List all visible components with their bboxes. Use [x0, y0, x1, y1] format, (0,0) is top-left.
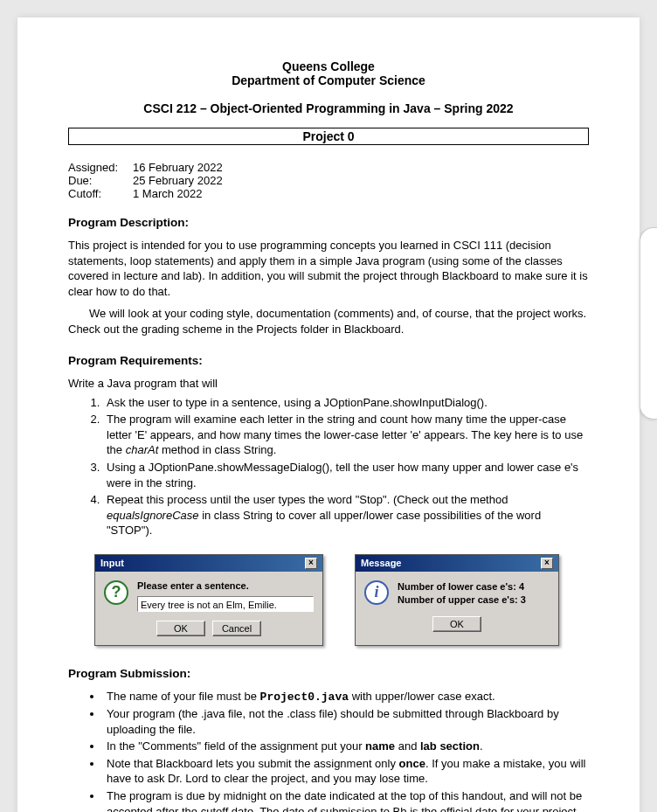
submission-item: In the "Comments" field of the assignmen…: [103, 739, 589, 754]
document-page: Queens College Department of Computer Sc…: [17, 17, 640, 812]
description-paragraph-1: This project is intended for you to use …: [68, 238, 589, 299]
submission-item: The name of your file must be Project0.j…: [103, 689, 589, 705]
department-name: Department of Computer Science: [68, 73, 589, 87]
requirement-item: Ask the user to type in a sentence, usin…: [103, 395, 589, 411]
input-dialog-prompt: Please enter a sentence.: [137, 580, 314, 591]
ok-button[interactable]: OK: [156, 621, 205, 636]
program-description-heading: Program Description:: [68, 216, 589, 229]
college-name: Queens College: [68, 59, 589, 73]
input-dialog-title: Input: [100, 558, 124, 568]
course-title: CSCI 212 – Object-Oriented Programming i…: [68, 101, 589, 115]
document-header: Queens College Department of Computer Sc…: [68, 59, 589, 115]
ok-button[interactable]: OK: [432, 616, 481, 632]
message-line-1: Number of lower case e's: 4: [398, 580, 550, 593]
requirement-item: Using a JOptionPane.showMessageDialog(),…: [103, 460, 589, 490]
cutoff-label: Cutoff:: [68, 187, 133, 200]
message-line-2: Number of upper case e's: 3: [398, 593, 550, 607]
requirement-item: The program will examine each letter in …: [103, 412, 589, 458]
requirement-item: Repeat this process until the user types…: [103, 492, 589, 538]
cancel-button[interactable]: Cancel: [212, 621, 261, 636]
message-dialog-titlebar: Message ×: [356, 555, 558, 572]
close-icon[interactable]: ×: [541, 558, 553, 569]
submission-list: The name of your file must be Project0.j…: [103, 689, 589, 812]
question-icon: ?: [104, 580, 128, 605]
dialogs-row: Input × ? Please enter a sentence. Every…: [94, 554, 589, 646]
assigned-date: 16 February 2022: [133, 161, 223, 174]
project-title-box: Project 0: [68, 128, 589, 145]
dates-block: Assigned: 16 February 2022 Due: 25 Febru…: [68, 161, 589, 200]
close-icon[interactable]: ×: [305, 558, 317, 569]
input-dialog: Input × ? Please enter a sentence. Every…: [94, 554, 323, 646]
input-dialog-titlebar: Input ×: [95, 555, 322, 572]
submission-item: Your program (the .java file, not the .c…: [103, 706, 589, 737]
info-icon: i: [364, 580, 389, 605]
message-dialog: Message × i Number of lower case e's: 4 …: [355, 554, 559, 646]
assigned-label: Assigned:: [68, 161, 133, 174]
requirements-list: Ask the user to type in a sentence, usin…: [103, 395, 589, 538]
description-paragraph-2: We will look at your coding style, docum…: [68, 306, 589, 337]
submission-item: The program is due by midnight on the da…: [103, 788, 589, 812]
message-dialog-title: Message: [361, 558, 401, 568]
requirements-intro: Write a Java program that will: [68, 376, 589, 392]
due-label: Due:: [68, 174, 133, 187]
program-requirements-heading: Program Requirements:: [68, 354, 589, 367]
program-submission-heading: Program Submission:: [68, 667, 589, 680]
input-dialog-field[interactable]: Every tree is not an Elm, Emilie.: [137, 596, 314, 612]
cutoff-date: 1 March 2022: [133, 187, 203, 200]
submission-item: Note that Blackboard lets you submit the…: [103, 756, 589, 787]
due-date: 25 February 2022: [133, 174, 223, 187]
side-tab[interactable]: [640, 227, 657, 420]
